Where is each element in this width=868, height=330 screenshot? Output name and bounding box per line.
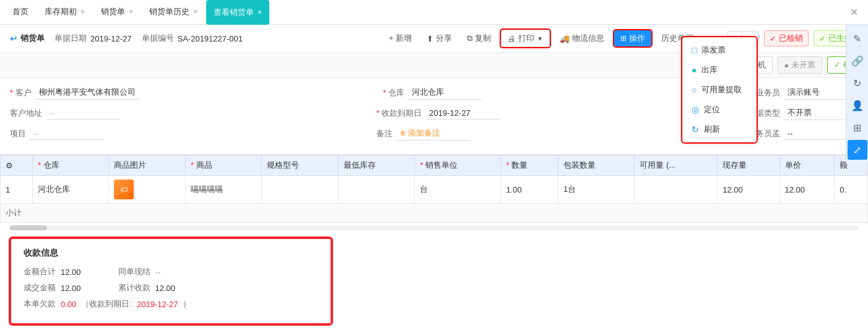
summary-row-1: 金额合计 12.00 同单现结 -- bbox=[24, 266, 318, 277]
available-extract-icon: ○ bbox=[692, 85, 697, 95]
ops-icon: ⊞ bbox=[620, 34, 627, 43]
right-edit-icon[interactable]: ✎ bbox=[848, 28, 867, 48]
row-product: 嗝嗝嗝嗝 bbox=[185, 176, 262, 204]
right-user-icon[interactable]: 👤 bbox=[848, 95, 867, 115]
note-add-button[interactable]: ⊕ 添加备注 bbox=[396, 126, 471, 141]
scrollbar-thumb[interactable] bbox=[10, 225, 47, 230]
copy-icon: ⧉ bbox=[467, 33, 472, 43]
doc-date-label: 单据日期 bbox=[54, 33, 87, 44]
row-product-img: 🏷 bbox=[109, 176, 186, 204]
col-stock: 现存量 bbox=[718, 155, 779, 176]
note-placeholder-text: 添加备注 bbox=[408, 128, 440, 137]
cumulative-label: 累计收款 bbox=[118, 282, 150, 293]
doc-type-label: 销货单 bbox=[20, 33, 45, 44]
staff-field: 业务员 演示账号 bbox=[756, 85, 858, 100]
due-label: 本单欠款 bbox=[24, 298, 56, 310]
col-available: 可用量 (... bbox=[635, 155, 718, 176]
tab-view-sales-close[interactable]: × bbox=[258, 8, 262, 17]
project-value[interactable]: -- bbox=[30, 128, 104, 140]
add-invoice-icon: □ bbox=[692, 45, 697, 55]
row-num: 1 bbox=[1, 176, 33, 204]
ticket-type-field: 票据类型 不开票 bbox=[742, 106, 858, 120]
cancelled-icon: ✓ bbox=[770, 34, 776, 43]
product-table: ⚙ 仓库 商品图片 商品 规格型号 最低库存 销售单位 数量 包装数量 可用量 … bbox=[0, 155, 868, 223]
col-pack-qty: 包装数量 bbox=[558, 155, 635, 176]
print-button[interactable]: 🖨 打印 ▼ bbox=[501, 30, 550, 47]
customer-field: 客户 柳州粤港平安气体有限公司 bbox=[10, 85, 383, 100]
outbound-item[interactable]: ● 出库 bbox=[683, 60, 756, 80]
locate-item[interactable]: ◎ 定位 bbox=[683, 100, 756, 119]
ops-button[interactable]: ⊞ 操作 bbox=[614, 30, 651, 46]
not-open-button[interactable]: ● 未开票 bbox=[778, 56, 823, 74]
total-label: 金额合计 bbox=[24, 266, 56, 277]
tab-view-sales-order[interactable]: 查看销货单 × bbox=[206, 0, 269, 25]
payment-date-label: 收款到期日 bbox=[376, 108, 422, 119]
row-sales-unit: 台 bbox=[415, 176, 501, 204]
col-product: 商品 bbox=[185, 155, 262, 176]
row-pack-qty: 1台 bbox=[558, 176, 635, 204]
col-spec: 规格型号 bbox=[262, 155, 339, 176]
horizontal-scrollbar[interactable] bbox=[10, 225, 858, 230]
payment-date-value[interactable]: 2019-12-27 bbox=[425, 107, 500, 119]
subtotal-label: 小计 bbox=[1, 204, 868, 223]
tab-home[interactable]: 首页 bbox=[5, 0, 36, 25]
summary-row-3: 本单欠款 0.00 （收款到期日: 2019-12-27 ） bbox=[24, 298, 318, 310]
cumulative-value: 12.00 bbox=[155, 284, 176, 293]
tab-sales-order[interactable]: 销货单 × bbox=[93, 0, 141, 25]
tab-sales-close[interactable]: × bbox=[129, 7, 133, 16]
col-quantity: 数量 bbox=[501, 155, 558, 176]
add-invoice-item[interactable]: □ 添发票 bbox=[683, 40, 756, 60]
tab-inventory-init[interactable]: 库存期初 × bbox=[37, 0, 92, 25]
tab-view-sales-label: 查看销货单 bbox=[214, 7, 254, 18]
tab-sales-history-close[interactable]: × bbox=[193, 7, 197, 16]
effective-icon: ✓ bbox=[819, 34, 826, 43]
tab-bar: 首页 库存期初 × 销货单 × 销货单历史 × 查看销货单 × ✕ bbox=[0, 0, 868, 25]
refresh-item[interactable]: ↻ 刷新 bbox=[683, 119, 756, 139]
customer-value[interactable]: 柳州粤港平安气体有限公司 bbox=[35, 85, 139, 100]
tab-inventory-close[interactable]: × bbox=[80, 7, 85, 16]
not-open-label: 未开票 bbox=[791, 59, 815, 71]
copy-button[interactable]: ⧉ 复制 bbox=[462, 30, 496, 46]
row-quantity: 1.00 bbox=[501, 176, 558, 204]
tab-sales-history[interactable]: 销货单历史 × bbox=[142, 0, 205, 25]
note-add-icon: ⊕ bbox=[400, 128, 406, 137]
col-settings[interactable]: ⚙ bbox=[1, 155, 33, 176]
due-field: 本单欠款 0.00 （收款到期日: 2019-12-27 ） bbox=[24, 298, 191, 310]
note-label: 备注 bbox=[376, 128, 393, 139]
settings-icon: ⚙ bbox=[6, 161, 13, 170]
right-refresh-icon[interactable]: ↻ bbox=[848, 73, 867, 93]
new-label: + 新增 bbox=[389, 33, 412, 44]
print-label: 打印 bbox=[518, 33, 534, 44]
product-table-wrapper: ⚙ 仓库 商品图片 商品 规格型号 最低库存 销售单位 数量 包装数量 可用量 … bbox=[0, 155, 868, 223]
row-warehouse: 河北仓库 bbox=[32, 176, 109, 204]
window-close-button[interactable]: ✕ bbox=[845, 6, 863, 18]
right-link-icon[interactable]: 🔗 bbox=[848, 51, 867, 71]
transaction-field: 成交金额 12.00 bbox=[24, 282, 81, 293]
address-label: 客户地址 bbox=[10, 108, 42, 119]
share-label: 分享 bbox=[436, 33, 452, 44]
available-extract-item[interactable]: ○ 可用量提取 bbox=[683, 80, 756, 100]
total-value: 12.00 bbox=[61, 267, 81, 277]
available-extract-label: 可用量提取 bbox=[701, 84, 742, 95]
due-value: 0.00 bbox=[61, 300, 76, 309]
right-panel: ✎ 🔗 ↻ 👤 ⊞ ⤢ bbox=[846, 25, 868, 163]
warehouse-value[interactable]: 河北仓库 bbox=[408, 85, 482, 100]
outbound-label: 出库 bbox=[701, 64, 718, 76]
right-expand-icon[interactable]: ⤢ bbox=[848, 140, 867, 160]
right-table-icon[interactable]: ⊞ bbox=[848, 118, 867, 137]
share-button[interactable]: ⬆ 分享 bbox=[422, 30, 457, 46]
row-unit-price: 12.00 bbox=[779, 176, 835, 204]
doc-number-value: SA-20191227-001 bbox=[178, 34, 243, 43]
table-header-row: ⚙ 仓库 商品图片 商品 规格型号 最低库存 销售单位 数量 包装数量 可用量 … bbox=[1, 155, 868, 176]
address-value[interactable]: -- bbox=[46, 107, 120, 119]
product-image: 🏷 bbox=[114, 180, 134, 199]
new-button[interactable]: + 新增 bbox=[384, 30, 417, 46]
staff-label: 业务员 bbox=[756, 87, 780, 98]
salesperson-field: 业务员孟 -- bbox=[742, 128, 858, 140]
doc-number-field: 单据编号 SA-20191227-001 bbox=[142, 33, 243, 44]
transaction-label: 成交金额 bbox=[24, 282, 56, 293]
tab-sales-label: 销货单 bbox=[101, 6, 125, 17]
row-spec bbox=[262, 176, 339, 204]
logistics-button[interactable]: 🚚 物流信息 bbox=[555, 30, 609, 46]
cumulative-field: 累计收款 12.00 bbox=[118, 282, 176, 293]
